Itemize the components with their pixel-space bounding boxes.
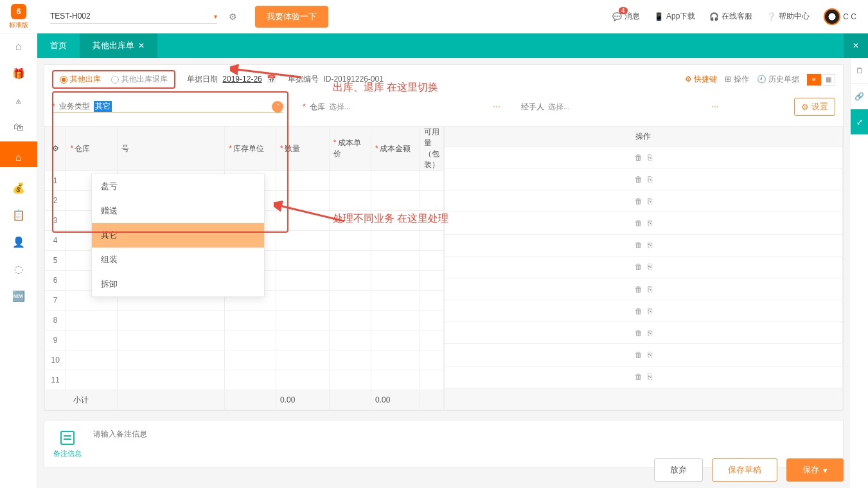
- headset-icon: 🎧: [709, 12, 719, 21]
- customer-service-button[interactable]: 🎧 在线客服: [709, 11, 752, 22]
- messages-badge: 4: [619, 7, 628, 14]
- messages-button[interactable]: 💬 消息 4: [612, 11, 640, 22]
- phone-icon: 📱: [654, 12, 664, 21]
- user-menu[interactable]: C C: [824, 8, 856, 25]
- org-name: TEST-H002: [50, 12, 214, 21]
- chevron-down-icon: ▾: [214, 13, 217, 20]
- org-select[interactable]: TEST-H002 ▾: [50, 9, 217, 24]
- app-download-label: App下载: [666, 11, 695, 22]
- top-bar: 6 标准版 TEST-H002 ▾ ⚙ 我要体验一下 💬 消息 4 📱 App下…: [0, 0, 868, 33]
- avatar-icon: [824, 8, 840, 25]
- settings-icon[interactable]: ⚙: [229, 12, 237, 22]
- app-download-button[interactable]: 📱 App下载: [654, 11, 695, 22]
- cta-button[interactable]: 我要体验一下: [255, 6, 328, 28]
- logo[interactable]: 6 标准版: [0, 4, 37, 30]
- help-button[interactable]: ❔ 帮助中心: [766, 11, 810, 22]
- help-label: 帮助中心: [779, 11, 810, 22]
- help-icon: ❔: [766, 12, 776, 21]
- customer-service-label: 在线客服: [722, 11, 752, 22]
- top-right: 💬 消息 4 📱 App下载 🎧 在线客服 ❔ 帮助中心 C C: [612, 8, 868, 25]
- edition-label: 标准版: [0, 21, 37, 30]
- user-name: C C: [843, 12, 856, 21]
